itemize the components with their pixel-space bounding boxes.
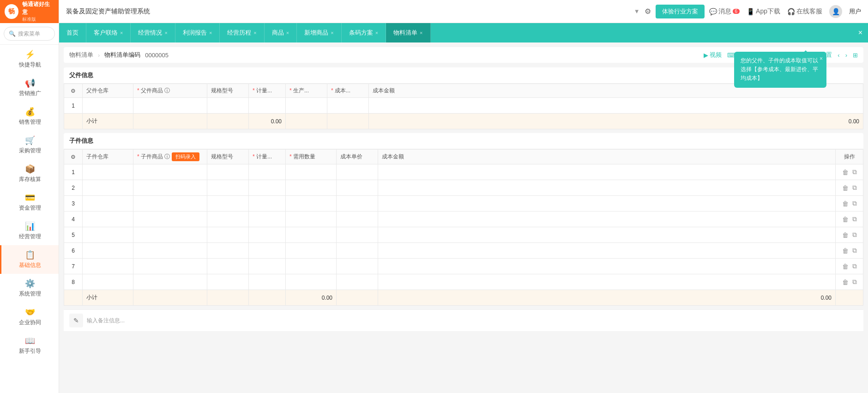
parent-subtotal-row: 小计 0.00 0.00: [64, 114, 863, 129]
delete-btn-5[interactable]: 🗑: [841, 230, 850, 240]
online-service-button[interactable]: 🎧 在线客服: [787, 7, 822, 16]
sidebar-item-finance[interactable]: 💳 资金管理: [0, 188, 59, 217]
tab-home[interactable]: 首页: [59, 23, 86, 42]
delete-btn-2[interactable]: 🗑: [841, 183, 850, 193]
child-qty-2[interactable]: [286, 180, 337, 196]
tab-add-goods[interactable]: 新增商品 ×: [297, 23, 341, 42]
delete-btn-3[interactable]: 🗑: [841, 199, 850, 208]
copy-btn-6[interactable]: ⧉: [851, 246, 858, 255]
parent-subtotal-value: 0.00: [249, 114, 286, 129]
delete-btn-4[interactable]: 🗑: [841, 214, 850, 224]
sidebar-item-sales[interactable]: 💰 销售管理: [0, 102, 59, 131]
tab-profit[interactable]: 利润报告 ×: [175, 23, 220, 42]
sidebar-item-basic-info[interactable]: 📋 基础信息: [0, 245, 59, 274]
sidebar-item-cooperation[interactable]: 🤝 企业协同: [0, 302, 59, 331]
note-hint[interactable]: 输入备注信息...: [87, 317, 125, 325]
tab-close-barcode[interactable]: ×: [375, 30, 378, 36]
sidebar-item-inventory[interactable]: 📦 库存核算: [0, 159, 59, 188]
parent-amount-cell: [369, 98, 863, 114]
user-avatar[interactable]: 👤: [829, 5, 842, 18]
parent-production-cell[interactable]: [286, 98, 327, 114]
app-download-button[interactable]: 📱 App下载: [747, 7, 780, 16]
sidebar-item-operations[interactable]: 📊 经营管理: [0, 217, 59, 245]
quick-nav-icon: ⚡: [25, 49, 35, 60]
video-btn[interactable]: ▶ 视频: [704, 51, 722, 59]
copy-btn-8[interactable]: ⧉: [851, 277, 858, 287]
parent-unit-cell[interactable]: [249, 98, 286, 114]
delete-btn-1[interactable]: 🗑: [841, 167, 850, 177]
sidebar-item-marketing[interactable]: 📢 营销推广: [0, 73, 59, 102]
sidebar-item-quick-nav[interactable]: ⚡ 快捷导航: [0, 45, 59, 73]
parent-warehouse-cell[interactable]: [83, 98, 133, 114]
child-actions-2: 🗑 ⧉: [836, 180, 863, 196]
parent-col-cost: * 成本...: [327, 84, 369, 98]
child-row-1: 1 🗑 ⧉: [64, 164, 863, 180]
child-unit-1[interactable]: [249, 164, 286, 180]
parent-subtotal-label: 小计: [83, 114, 133, 129]
copy-btn-7[interactable]: ⧉: [851, 261, 858, 271]
child-unit-2[interactable]: [249, 180, 286, 196]
tab-close-bom[interactable]: ×: [420, 30, 422, 36]
breadcrumb-bom[interactable]: 物料清单: [69, 51, 93, 59]
trial-button[interactable]: 体验行业方案: [656, 5, 705, 18]
copy-btn-2[interactable]: ⧉: [851, 183, 858, 193]
tab-business[interactable]: 经营情况 ×: [131, 23, 175, 42]
copy-btn-3[interactable]: ⧉: [851, 199, 858, 208]
child-row-6: 6 🗑 ⧉: [64, 243, 863, 259]
message-icon: 💬: [709, 8, 717, 15]
tab-close-business[interactable]: ×: [164, 30, 167, 36]
sidebar-item-guide[interactable]: 📖 新手引导: [0, 331, 59, 360]
tab-close-history[interactable]: ×: [253, 30, 256, 36]
copy-btn-4[interactable]: ⧉: [851, 214, 858, 224]
scan-input-btn[interactable]: 扫码录入: [172, 152, 199, 161]
child-row-5: 5 🗑 ⧉: [64, 227, 863, 243]
sidebar-item-system[interactable]: ⚙️ 系统管理: [0, 274, 59, 302]
tab-close-add-goods[interactable]: ×: [331, 30, 333, 36]
copy-btn-5[interactable]: ⧉: [851, 230, 858, 240]
child-info-icon: ⓘ: [164, 153, 170, 160]
grid-view-icon[interactable]: ⊞: [853, 52, 858, 59]
parent-spec-cell[interactable]: [207, 98, 249, 114]
settings-icon[interactable]: ⚙: [645, 7, 651, 16]
tooltip-close-btn[interactable]: ×: [820, 54, 823, 63]
parent-cost-cell[interactable]: [327, 98, 369, 114]
tab-history[interactable]: 经营历程 ×: [220, 23, 264, 42]
child-warehouse-2[interactable]: [83, 180, 133, 196]
breadcrumb-bom-code[interactable]: 物料清单编码: [104, 51, 140, 59]
tab-barcode[interactable]: 条码方案 ×: [342, 23, 386, 42]
child-product-1[interactable]: [133, 164, 207, 180]
parent-col-settings[interactable]: ⚙: [64, 84, 83, 98]
parent-product-cell[interactable]: [133, 98, 207, 114]
nav-next[interactable]: ›: [845, 52, 847, 59]
parent-col-unit: * 计量...: [249, 84, 286, 98]
child-spec-2[interactable]: [207, 180, 249, 196]
tab-close-profit[interactable]: ×: [209, 30, 212, 36]
delete-btn-8[interactable]: 🗑: [841, 277, 850, 287]
nav-prev[interactable]: ‹: [838, 52, 839, 59]
child-col-settings[interactable]: ⚙: [64, 150, 83, 164]
note-icon[interactable]: ✎: [69, 314, 83, 327]
tab-customer[interactable]: 客户联络 ×: [86, 23, 131, 42]
message-button[interactable]: 💬 消息 6: [709, 7, 740, 16]
copy-btn-1[interactable]: ⧉: [851, 167, 858, 177]
tabs-close-all[interactable]: ×: [853, 29, 868, 37]
child-product-2[interactable]: [133, 180, 207, 196]
tab-bom[interactable]: 物料清单 ×: [386, 23, 430, 42]
dropdown-icon[interactable]: ▼: [634, 8, 640, 15]
tab-close-goods[interactable]: ×: [286, 30, 289, 36]
user-icon: 👤: [832, 8, 840, 15]
delete-btn-6[interactable]: 🗑: [841, 246, 850, 255]
sidebar-item-purchase[interactable]: 🛒 采购管理: [0, 131, 59, 159]
parent-col-spec: 规格型号: [207, 84, 249, 98]
search-button[interactable]: 🔍 搜索菜单: [4, 27, 55, 41]
child-warehouse-1[interactable]: [83, 164, 133, 180]
child-spec-1[interactable]: [207, 164, 249, 180]
logo-icon: 畅: [5, 4, 18, 19]
tab-close-customer[interactable]: ×: [120, 30, 123, 36]
tab-goods[interactable]: 商品 ×: [265, 23, 297, 42]
child-qty-1[interactable]: [286, 164, 337, 180]
inventory-icon: 📦: [25, 164, 35, 174]
topbar: 装备及固定资产辅助管理系统 ▼ ⚙ 体验行业方案 💬 消息 6 📱 App下载 …: [59, 0, 868, 23]
cooperation-icon: 🤝: [25, 307, 35, 317]
delete-btn-7[interactable]: 🗑: [841, 261, 850, 271]
